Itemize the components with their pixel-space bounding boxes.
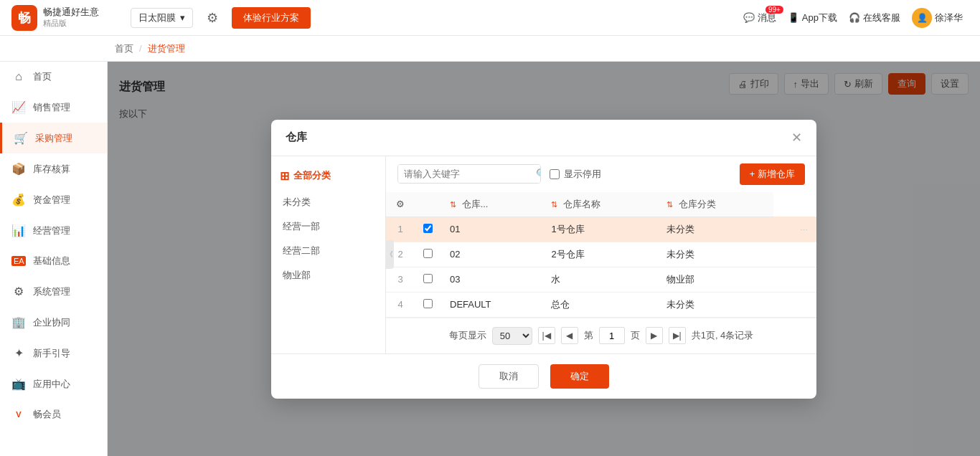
settings-icon[interactable]: ⚙ xyxy=(202,7,223,29)
page-label: 第 xyxy=(584,329,593,342)
app-download-nav[interactable]: 📱 App下载 xyxy=(788,11,837,24)
page-end-label: 页 xyxy=(631,329,640,342)
service-label: 在线客服 xyxy=(863,11,900,24)
row-checkbox[interactable] xyxy=(423,224,433,233)
page-prev-btn[interactable]: ◀ xyxy=(561,327,578,344)
warehouse-dialog: 仓库 ✕ ⊞ 全部分类 未分类 经营一部 经营二部 物业部 xyxy=(271,120,816,399)
page-last-btn[interactable]: ▶| xyxy=(669,327,686,344)
breadcrumb-current: 进货管理 xyxy=(148,42,185,55)
sidebar-label-purchase: 采购管理 xyxy=(35,132,72,145)
show-disabled-label: 显示停用 xyxy=(564,168,601,181)
user-nav[interactable]: 👤 徐泽华 xyxy=(912,8,963,28)
home-icon: ⌂ xyxy=(11,70,26,83)
sidebar-item-sales[interactable]: 📈 销售管理 xyxy=(0,92,107,123)
brand-logo: 畅 畅捷通好生意 精品版 xyxy=(11,5,119,31)
close-icon[interactable]: ✕ xyxy=(791,130,802,146)
search-box: 🔍 xyxy=(397,164,541,184)
sidebar-item-system[interactable]: ⚙ 系统管理 xyxy=(0,276,107,307)
row-checkbox-cell xyxy=(415,242,441,267)
row-checkbox[interactable] xyxy=(423,249,433,258)
tree-item-unclassified[interactable]: 未分类 xyxy=(271,190,385,214)
table-row[interactable]: 1 01 1号仓库 未分类 ··· xyxy=(386,217,816,242)
main-layout: ⌂ 首页 📈 销售管理 🛒 采购管理 📦 库存核算 💰 资金管理 📊 经营管理 … xyxy=(0,62,980,456)
row-checkbox-cell xyxy=(415,267,441,292)
tree-collapse-btn[interactable]: 《 xyxy=(385,240,394,269)
table-toolbar: 🔍 显示停用 + 新增仓库 xyxy=(386,156,816,192)
sidebar-item-basic[interactable]: EA 基础信息 xyxy=(0,246,107,276)
sidebar-item-inventory[interactable]: 📦 库存核算 xyxy=(0,153,107,184)
sidebar-item-guide[interactable]: ✦ 新手引导 xyxy=(0,338,107,369)
sidebar-item-appcenter[interactable]: 📺 应用中心 xyxy=(0,369,107,399)
appcenter-icon: 📺 xyxy=(11,377,26,391)
sidebar-item-finance[interactable]: 💰 资金管理 xyxy=(0,184,107,215)
row-name: 水 xyxy=(542,267,658,292)
row-checkbox[interactable] xyxy=(423,299,433,308)
new-warehouse-button[interactable]: + 新增仓库 xyxy=(740,163,805,185)
table-row[interactable]: 2 02 2号仓库 未分类 xyxy=(386,242,816,267)
nav-center: 日太阳膜 ▾ ⚙ 体验行业方案 xyxy=(119,7,743,29)
row-code: DEFAULT xyxy=(441,292,542,317)
table-body: 1 01 1号仓库 未分类 ··· 2 02 2号仓库 未分类 3 03 水 物… xyxy=(386,217,816,317)
system-icon: ⚙ xyxy=(11,285,26,298)
tree-item-dept1[interactable]: 经营一部 xyxy=(271,214,385,239)
chevron-down-icon: ▾ xyxy=(180,12,185,23)
tree-all-label: 全部分类 xyxy=(293,169,331,182)
breadcrumb-home[interactable]: 首页 xyxy=(115,42,133,55)
sidebar-item-operation[interactable]: 📊 经营管理 xyxy=(0,215,107,246)
row-category: 未分类 xyxy=(658,242,773,267)
finance-icon: 💰 xyxy=(11,193,26,206)
row-checkbox[interactable] xyxy=(423,274,433,283)
basic-icon: EA xyxy=(11,256,26,266)
avatar: 👤 xyxy=(912,8,932,28)
message-icon: 💬 xyxy=(743,12,755,23)
user-name: 徐泽华 xyxy=(935,11,963,24)
show-disabled-checkbox[interactable] xyxy=(550,169,560,179)
dialog-body: ⊞ 全部分类 未分类 经营一部 经营二部 物业部 《 xyxy=(271,156,816,353)
sidebar-item-home[interactable]: ⌂ 首页 xyxy=(0,62,107,92)
sort-icon: ⇅ xyxy=(450,200,456,209)
category-tree: ⊞ 全部分类 未分类 经营一部 经营二部 物业部 《 xyxy=(271,156,386,353)
table-row[interactable]: 4 DEFAULT 总仓 未分类 xyxy=(386,292,816,317)
row-more-icon[interactable]: ··· xyxy=(773,217,816,242)
inventory-icon: 📦 xyxy=(11,162,26,176)
brand-icon: 畅 xyxy=(11,5,37,31)
row-name: 总仓 xyxy=(542,292,658,317)
tree-item-dept2[interactable]: 经营二部 xyxy=(271,239,385,263)
confirm-button[interactable]: 确定 xyxy=(550,364,609,389)
sidebar-label-guide: 新手引导 xyxy=(33,347,70,360)
member-icon: V xyxy=(11,410,26,419)
purchase-icon: 🛒 xyxy=(14,131,28,145)
breadcrumb-separator: / xyxy=(139,43,142,54)
sidebar-item-enterprise[interactable]: 🏢 企业协同 xyxy=(0,307,107,338)
sidebar-item-member[interactable]: V 畅会员 xyxy=(0,399,107,429)
brand-sub: 精品版 xyxy=(43,18,99,29)
table-head: ⚙ ⇅ 仓库... ⇅ 仓库名称 xyxy=(386,192,816,217)
sidebar-label-inventory: 库存核算 xyxy=(33,163,70,176)
online-service-nav[interactable]: 🎧 在线客服 xyxy=(849,11,900,24)
per-page-select[interactable]: 50 100 200 xyxy=(492,327,532,345)
search-icon[interactable]: 🔍 xyxy=(530,165,541,183)
row-checkbox-cell xyxy=(415,292,441,317)
sidebar-item-purchase[interactable]: 🛒 采购管理 xyxy=(0,123,107,153)
store-name: 日太阳膜 xyxy=(138,11,176,24)
tree-item-property[interactable]: 物业部 xyxy=(271,263,385,288)
table-row[interactable]: 3 03 水 物业部 xyxy=(386,267,816,292)
page-first-btn[interactable]: |◀ xyxy=(538,327,555,344)
operation-icon: 📊 xyxy=(11,224,26,237)
breadcrumb-bar: 首页 / 进货管理 xyxy=(0,36,980,62)
trial-button[interactable]: 体验行业方案 xyxy=(232,7,311,29)
row-name: 2号仓库 xyxy=(542,242,658,267)
message-nav-item[interactable]: 💬 消息 99+ xyxy=(743,11,776,24)
search-input[interactable] xyxy=(398,165,530,183)
tree-all-category[interactable]: ⊞ 全部分类 xyxy=(271,165,385,190)
store-selector[interactable]: 日太阳膜 ▾ xyxy=(131,8,193,28)
cancel-button[interactable]: 取消 xyxy=(479,364,539,389)
row-name: 1号仓库 xyxy=(542,217,658,242)
total-label: 共1页, 4条记录 xyxy=(692,329,754,342)
col-code: ⇅ 仓库... xyxy=(441,192,542,217)
page-input[interactable] xyxy=(599,327,625,344)
page-next-btn[interactable]: ▶ xyxy=(646,327,663,344)
sidebar-label-operation: 经营管理 xyxy=(33,224,70,237)
pagination: 每页显示 50 100 200 |◀ ◀ 第 页 ▶ xyxy=(386,318,816,353)
enterprise-icon: 🏢 xyxy=(11,315,26,329)
